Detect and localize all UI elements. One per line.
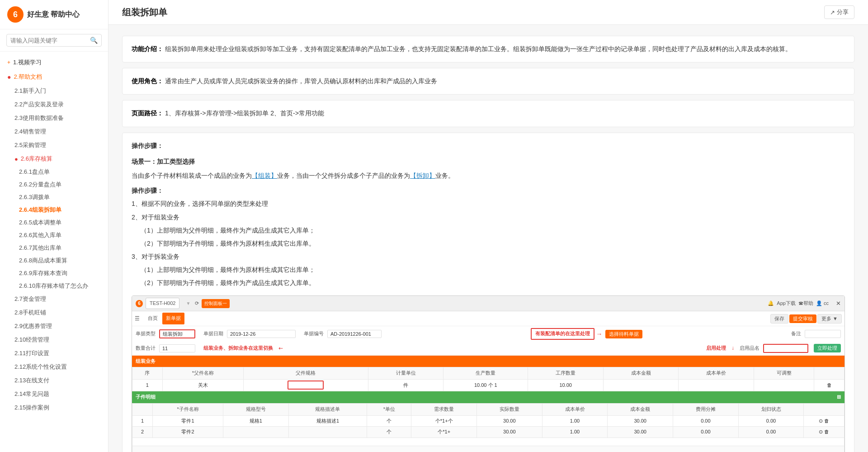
sidebar-item-coupon[interactable]: 2.9优惠券管理 [0, 319, 108, 333]
ss-nav-new[interactable]: 新单据 [162, 313, 184, 324]
sidebar-item-video[interactable]: + 1.视频学习 [0, 55, 108, 70]
step3-1: （1）上部明细为父件明细，最终作为原材料生成其它出库单； [141, 264, 845, 276]
ss-lower-th-0 [132, 403, 153, 415]
ss-annotation-mid-right: 启用处理 [706, 344, 726, 353]
ss-lower-cell-1-2: 规格1 [223, 415, 288, 427]
ss-qty-input[interactable] [159, 344, 195, 352]
ss-upper-row-1: 1 关木 件 10.00 个 1 10.00 🗑 [132, 380, 844, 391]
sidebar-item-otherout[interactable]: 2.6.7其他出库单 [0, 242, 108, 254]
sidebar-item-purchase[interactable]: 2.5采购管理 [0, 138, 108, 152]
ss-type-label: 单据类型 [136, 329, 156, 338]
ss-upper-spec-input[interactable] [288, 381, 324, 390]
ss-nav-home[interactable]: 自页 [144, 313, 161, 324]
ss-upper-th-6: 工序数量 [528, 367, 604, 380]
sidebar-item-costadjust[interactable]: 2.6.5成本调整单 [0, 216, 108, 229]
ss-lower-th-8: 成本金额 [608, 403, 673, 415]
sidebar-item-inventory-label: 2.6库存核算 [21, 155, 52, 163]
share-button[interactable]: ↗ 分享 [824, 5, 854, 19]
ss-date-input[interactable] [227, 330, 296, 338]
sidebar-item-otherin[interactable]: 2.6.6其他入库单 [0, 229, 108, 242]
ss-lower-cell-1-11[interactable]: ⊙ 🗑 [804, 415, 844, 427]
ss-process-btn[interactable]: 立即处理 [814, 344, 841, 352]
assembly-link[interactable]: 【组装】 [252, 172, 277, 179]
step3: 3、对于拆装业务 [132, 251, 845, 262]
ops-steps-title: 操作步骤： [132, 140, 845, 152]
sidebar-item-print-label: 2.11打印设置 [14, 349, 49, 357]
ss-btn-save[interactable]: 保存 [770, 314, 788, 324]
ss-lower-header: 子件明细 ⊞ [132, 391, 844, 403]
sidebar-item-install[interactable]: 2.2产品安装及登录 [0, 98, 108, 111]
ss-lower-row-4 [132, 446, 844, 452]
sidebar-item-faq[interactable]: 2.14常见问题 [0, 387, 108, 401]
ss-lower-table-wrapper: *子件名称 规格型号 规格描述单 *单位 需求数量 实际数量 成本单价 成本金额… [132, 403, 844, 452]
sidebar-item-stockquery[interactable]: 2.6.9库存账本查询 [0, 267, 108, 280]
sidebar-item-dataprep[interactable]: 2.3使用前数据准备 [0, 111, 108, 125]
sidebar-item-purchase-label: 2.5采购管理 [14, 141, 46, 149]
ss-upper-table-wrapper: 序 *父件名称 父件规格 计量单位 生产数量 工序数量 成本金额 成本单价 可调… [132, 367, 844, 391]
ss-lower-th-5: 需求数量 [411, 403, 477, 415]
ss-lower-cell-1-9: 0.00 [673, 415, 739, 427]
sidebar-item-personalize-label: 2.12系统个性化设置 [14, 363, 67, 371]
ss-process-input[interactable] [763, 344, 808, 353]
ss-btn-more[interactable]: 更多 ▼ [817, 314, 842, 324]
ss-lower-cell-2-8: 30.00 [608, 427, 673, 438]
sidebar-item-print[interactable]: 2.11打印设置 [0, 347, 108, 360]
search-input[interactable] [10, 37, 90, 44]
step2: 2、对于组装业务 [132, 212, 845, 223]
screenshot: 6 TEST-H002 ▼ ⟳ 控制面板一 🔔 App下载 ☎帮助 👤 cc ✕ [132, 295, 845, 452]
ss-form-row2: 数量合计 组装业务、拆卸业务在这里切换 ↙ 启用处理 ↓ 启用品名 立即处理 [132, 342, 844, 355]
sidebar-item-onlinepay[interactable]: 2.13在线支付 [0, 374, 108, 387]
ss-upper-th-7: 成本金额 [603, 367, 679, 380]
logo-area: 6 好生意 帮助中心 [0, 0, 108, 29]
step1: 1、根据不同的业务，选择不同单据的类型来处理 [132, 198, 845, 209]
ss-upper-th-4: 计量单位 [368, 367, 443, 380]
sidebar-item-goodscost[interactable]: 2.6.8商品成本重算 [0, 254, 108, 267]
ss-lower-cell-1-3: 规格描述1 [288, 415, 367, 427]
sidebar-item-docs[interactable]: ● 2.帮助文档 [0, 70, 108, 84]
scene1-desc: 当由多个子件材料组装成一个成品的业务为【组装】业务，当由一个父件拆分成多个子产品… [132, 170, 845, 181]
ss-select-btn[interactable]: 选择待料单据 [605, 330, 642, 338]
ss-lower-cell-2-11[interactable]: ⊙ 🗑 [804, 427, 844, 438]
sidebar-item-mobile[interactable]: 2.8手机旺铺 [0, 306, 108, 319]
sidebar-item-inventory[interactable]: ● 2.6库存核算 [0, 152, 108, 166]
sidebar-item-sales[interactable]: 2.4销售管理 [0, 125, 108, 138]
sidebar-item-capital[interactable]: 2.7资金管理 [0, 292, 108, 306]
ss-close-icon[interactable]: ✕ [836, 298, 841, 309]
sidebar-item-case[interactable]: 2.15操作案例 [0, 401, 108, 414]
ss-qty-label: 数量合计 [136, 344, 156, 353]
ss-lower-th-2: 规格型号 [223, 403, 288, 415]
sidebar-item-newbie[interactable]: 2.1新手入门 [0, 84, 108, 98]
sidebar-item-assembly[interactable]: 2.6.4组装拆卸单 [0, 204, 108, 216]
sidebar-item-capital-label: 2.7资金管理 [14, 295, 46, 303]
ss-lower-cell-2-2 [223, 427, 288, 438]
step2-2: （2）下部明细为子件明细，最终作为原材料生成其它出库单。 [141, 238, 845, 249]
ss-lower-cell-2-9: 0.00 [673, 427, 739, 438]
ss-upper-th-9: 可调整 [754, 367, 814, 380]
sidebar-item-personalize[interactable]: 2.12系统个性化设置 [0, 360, 108, 374]
sidebar: 6 好生意 帮助中心 🔍 + 1.视频学习 ● 2.帮助文档 2.1新手入门 2… [0, 0, 108, 452]
sidebar-item-accounterror[interactable]: 2.6.10库存账本错了怎么办 [0, 280, 108, 292]
ss-tag: 控制面板一 [202, 299, 230, 308]
top-bar: 组装拆卸单 ↗ 分享 [108, 0, 868, 25]
ss-lower-th-10: 划归状态 [738, 403, 804, 415]
user-role-text: 通常由生产人员或库管人员完成拆装业务的操作，库管人员确认原材料的出库和产成品的入… [165, 77, 437, 85]
sidebar-item-stockcheck[interactable]: 2.6.1盘点单 [0, 166, 108, 178]
ss-type-input[interactable] [159, 329, 195, 338]
sidebar-item-costadjust-label: 2.6.5成本调整单 [19, 219, 61, 226]
ss-refresh: ⟳ [195, 299, 199, 308]
sidebar-item-adjust[interactable]: 2.6.3调拨单 [0, 191, 108, 204]
ss-remark-input[interactable] [805, 330, 841, 338]
minus-icon-inv: ● [14, 156, 18, 162]
sidebar-item-video-label: 1.视频学习 [13, 58, 42, 67]
sidebar-item-partialcheck[interactable]: 2.6.2分量盘点单 [0, 178, 108, 191]
ss-form-row1: 单据类型 单据日期 单据编号 有装配清单的在这里处理 → 选择待料单据 备注 [132, 326, 844, 342]
ss-btn-submit[interactable]: 提交审核 [789, 314, 816, 323]
ss-lower-th-11 [804, 403, 844, 415]
ops-steps-card: 操作步骤： 场景一：加工类型选择 当由多个子件材料组装成一个成品的业务为【组装】… [122, 133, 854, 452]
sidebar-item-ops[interactable]: 2.10经营管理 [0, 333, 108, 347]
ss-billno-input[interactable] [327, 330, 382, 338]
disassemble-link[interactable]: 【拆卸】 [410, 172, 435, 179]
ss-lower-header-icon: ⊞ [837, 393, 841, 402]
ss-url-bar: TEST-H002 [146, 298, 179, 309]
search-box[interactable]: 🔍 [6, 34, 102, 47]
